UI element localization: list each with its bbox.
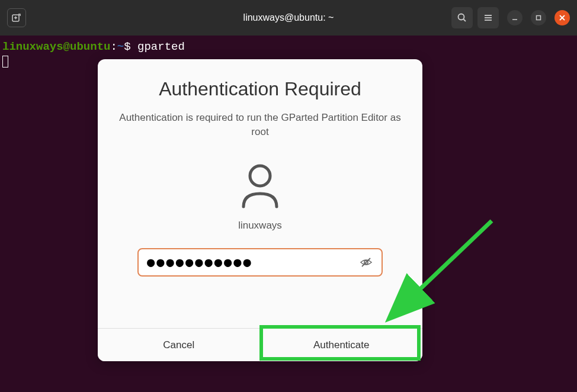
eye-slash-icon: [360, 256, 373, 269]
new-tab-button[interactable]: [7, 8, 26, 27]
prompt-colon: :: [110, 40, 117, 53]
svg-point-3: [459, 14, 464, 20]
password-field-wrapper: [137, 248, 383, 277]
cancel-button[interactable]: Cancel: [98, 329, 261, 361]
prompt-path: ~: [117, 40, 124, 53]
dialog-content: Authentication Required Authentication i…: [98, 59, 422, 328]
dialog-message: Authentication is required to run the GP…: [119, 111, 401, 139]
titlebar-left: [7, 8, 26, 27]
svg-line-14: [362, 258, 370, 266]
search-button[interactable]: [451, 7, 473, 28]
new-tab-icon: [11, 12, 22, 23]
prompt-user: linuxways@ubuntu: [2, 40, 110, 53]
toggle-password-visibility-button[interactable]: [359, 255, 373, 269]
svg-line-4: [464, 20, 466, 22]
minimize-icon: [511, 14, 518, 21]
svg-point-12: [250, 166, 270, 186]
window-title: linuxways@ubuntu: ~: [243, 12, 334, 23]
terminal-cursor: [2, 56, 8, 68]
authentication-dialog: Authentication Required Authentication i…: [98, 59, 422, 361]
svg-rect-9: [537, 16, 541, 20]
password-input[interactable]: [147, 255, 359, 269]
maximize-button[interactable]: [531, 10, 546, 25]
close-button[interactable]: [554, 10, 570, 25]
prompt-dollar: $: [124, 40, 137, 53]
titlebar-right: [451, 7, 570, 28]
close-icon: [559, 14, 566, 21]
window-titlebar: linuxways@ubuntu: ~: [0, 0, 577, 36]
search-icon: [457, 12, 467, 23]
minimize-button[interactable]: [507, 10, 522, 25]
terminal-line: linuxways@ubuntu:~$ gparted: [2, 40, 575, 53]
authenticate-button[interactable]: Authenticate: [261, 329, 423, 361]
dialog-title: Authentication Required: [159, 78, 361, 100]
hamburger-menu-button[interactable]: [477, 7, 499, 28]
dialog-button-row: Cancel Authenticate: [98, 328, 422, 361]
prompt-command: gparted: [137, 40, 185, 53]
hamburger-icon: [483, 12, 493, 23]
user-avatar-icon: [239, 164, 281, 211]
maximize-icon: [535, 14, 542, 21]
dialog-username: linuxways: [238, 220, 282, 232]
